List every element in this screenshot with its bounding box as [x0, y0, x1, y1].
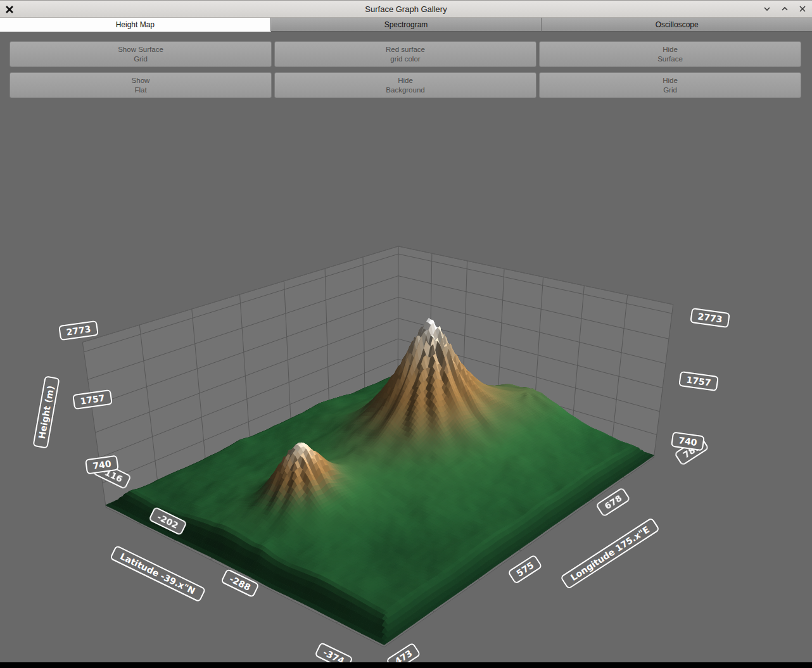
- button-label: Background: [386, 85, 424, 95]
- button-label: Grid: [134, 54, 148, 64]
- title-bar[interactable]: Surface Graph Gallery: [0, 0, 812, 18]
- button-label: grid color: [390, 54, 420, 64]
- button-label: Red surface: [386, 45, 425, 54]
- hide-grid-button[interactable]: Hide Grid: [539, 72, 801, 98]
- shade-button[interactable]: [761, 3, 773, 15]
- button-label: Surface: [657, 54, 683, 64]
- surface-plot: 2773 1757 -116 740 -202 -288 -374 2773 1…: [0, 99, 812, 668]
- show-flat-button[interactable]: Show Flat: [10, 72, 272, 98]
- maximize-button[interactable]: [779, 3, 790, 15]
- button-label: Hide: [663, 76, 678, 85]
- button-label: Grid: [663, 85, 677, 95]
- button-label: Hide: [663, 45, 678, 54]
- button-label: Show Surface: [118, 45, 163, 54]
- button-label: Hide: [398, 76, 413, 85]
- hide-background-button[interactable]: Hide Background: [274, 72, 536, 98]
- show-surface-grid-button[interactable]: Show Surface Grid: [10, 41, 272, 67]
- red-surface-grid-color-button[interactable]: Red surface grid color: [274, 41, 536, 67]
- tab-oscilloscope[interactable]: Oscilloscope: [542, 18, 812, 32]
- window-controls: [761, 3, 808, 15]
- hide-surface-button[interactable]: Hide Surface: [539, 41, 801, 67]
- tab-height-map[interactable]: Height Map: [0, 18, 271, 32]
- button-label: Flat: [134, 85, 146, 95]
- chevron-up-icon: [781, 5, 789, 13]
- close-button[interactable]: [797, 3, 808, 15]
- app-window: Surface Graph Gallery Height Map: [0, 0, 812, 668]
- close-icon: [799, 5, 806, 13]
- button-label: Show: [132, 76, 150, 85]
- chevron-down-icon: [763, 5, 771, 13]
- button-grid: Show Surface Grid Red surface grid color…: [0, 32, 812, 99]
- bottom-edge-strip: [0, 662, 812, 668]
- tab-bar: Height Map Spectrogram Oscilloscope: [0, 18, 812, 32]
- window-title: Surface Graph Gallery: [0, 4, 812, 14]
- tab-spectrogram[interactable]: Spectrogram: [271, 18, 542, 32]
